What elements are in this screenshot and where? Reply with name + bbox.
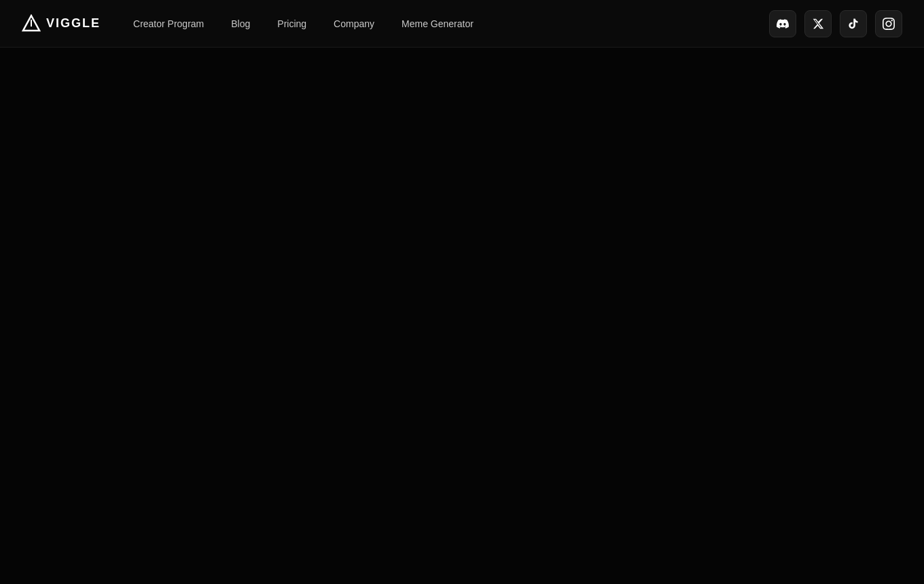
nav-link-pricing[interactable]: Pricing	[277, 18, 306, 29]
nav-link-company[interactable]: Company	[334, 18, 374, 29]
twitter-icon	[812, 18, 824, 30]
navbar-right	[769, 10, 902, 37]
navbar-left: VIGGLE Creator Program Blog Pricing Comp…	[22, 14, 474, 33]
tiktok-icon	[847, 18, 859, 30]
discord-button[interactable]	[769, 10, 796, 37]
instagram-icon	[883, 18, 895, 30]
nav-link-meme-generator[interactable]: Meme Generator	[402, 18, 474, 29]
viggle-logo-icon	[22, 14, 41, 33]
logo-text: VIGGLE	[46, 16, 101, 31]
twitter-button[interactable]	[804, 10, 832, 37]
tiktok-button[interactable]	[840, 10, 867, 37]
instagram-button[interactable]	[875, 10, 902, 37]
nav-link-creator-program[interactable]: Creator Program	[133, 18, 204, 29]
nav-links: Creator Program Blog Pricing Company Mem…	[133, 18, 474, 29]
logo[interactable]: VIGGLE	[22, 14, 101, 33]
main-content	[0, 48, 924, 584]
nav-link-blog[interactable]: Blog	[231, 18, 250, 29]
discord-icon	[777, 18, 789, 30]
navbar: VIGGLE Creator Program Blog Pricing Comp…	[0, 0, 924, 48]
